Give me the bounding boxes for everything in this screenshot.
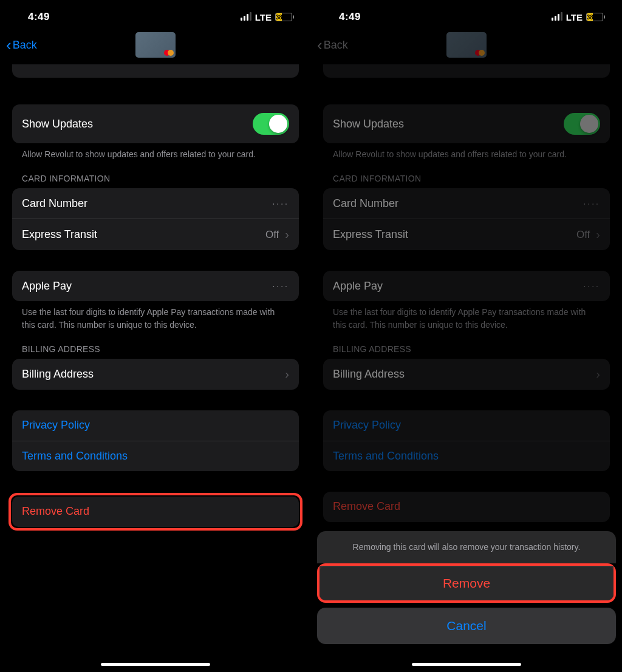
apple-pay-value: ···· (583, 281, 600, 291)
status-time: 4:49 (339, 11, 361, 23)
back-button: ‹ Back (317, 37, 348, 53)
card-info-header: CARD INFORMATION (12, 174, 299, 188)
chevron-right-icon: › (285, 367, 289, 381)
back-label: Back (324, 39, 348, 52)
card-number-label: Card Number (22, 197, 87, 210)
privacy-policy-row[interactable]: Privacy Policy (12, 410, 299, 441)
chevron-right-icon: › (596, 367, 600, 381)
show-updates-row[interactable]: Show Updates (12, 104, 299, 143)
card-info-group: Card Number ···· Express Transit Off › (12, 188, 299, 250)
billing-address-row[interactable]: Billing Address › (12, 359, 299, 390)
card-number-label: Card Number (333, 197, 398, 210)
signal-icon (241, 13, 251, 21)
card-number-value: ···· (583, 199, 600, 208)
card-thumbnail (446, 32, 487, 58)
show-updates-toggle (564, 113, 600, 135)
express-transit-value: Off (576, 229, 590, 241)
remove-card-row[interactable]: Remove Card (12, 497, 299, 527)
content-scroll[interactable]: Show Updates Allow Revolut to show updat… (0, 64, 311, 672)
apple-pay-row[interactable]: Apple Pay ···· (12, 271, 299, 301)
status-time: 4:49 (28, 11, 50, 23)
card-number-value: ···· (272, 199, 289, 208)
show-updates-label: Show Updates (22, 118, 93, 131)
links-group: Privacy Policy Terms and Conditions (323, 410, 610, 471)
status-bar: 4:49 LTE 38 (311, 0, 622, 30)
billing-group: Billing Address › (323, 359, 610, 390)
chevron-left-icon: ‹ (6, 37, 12, 53)
remove-card-group: Remove Card (323, 492, 610, 522)
remove-card-row: Remove Card (323, 492, 610, 522)
terms-row: Terms and Conditions (323, 441, 610, 471)
nav-bar: ‹ Back (311, 30, 622, 64)
previous-section-edge (323, 64, 610, 78)
card-info-group: Card Number ···· Express Transit Off › (323, 188, 610, 250)
remove-card-label: Remove Card (333, 500, 400, 513)
show-updates-row: Show Updates (323, 104, 610, 143)
apple-pay-group: Apple Pay ···· (323, 271, 610, 301)
screen-settings: 4:49 LTE 38 ‹ Back Show Updates Allow Re… (0, 0, 311, 672)
mastercard-icon (475, 50, 485, 56)
remove-card-group: Remove Card (12, 497, 299, 527)
home-indicator[interactable] (101, 663, 210, 666)
chevron-left-icon: ‹ (317, 37, 323, 53)
network-label: LTE (255, 12, 272, 22)
apple-pay-value: ···· (272, 281, 289, 291)
apple-pay-footer: Use the last four digits to identify App… (323, 301, 610, 331)
sheet-message: Removing this card will also remove your… (317, 531, 616, 563)
express-transit-label: Express Transit (333, 228, 408, 241)
status-right: LTE 38 (241, 12, 294, 22)
remove-button-highlight: Remove (317, 563, 616, 603)
show-updates-label: Show Updates (333, 118, 404, 131)
card-info-header: CARD INFORMATION (323, 174, 610, 188)
show-updates-group: Show Updates (323, 104, 610, 143)
signal-icon (552, 13, 562, 21)
chevron-right-icon: › (596, 228, 600, 242)
network-label: LTE (566, 12, 583, 22)
show-updates-footer: Allow Revolut to show updates and offers… (12, 143, 299, 160)
terms-row[interactable]: Terms and Conditions (12, 441, 299, 471)
billing-header: BILLING ADDRESS (323, 344, 610, 359)
action-sheet-top: Removing this card will also remove your… (317, 531, 616, 603)
battery-icon: 38 (275, 13, 294, 21)
screen-confirm: 4:49 LTE 38 ‹ Back Show Updates Allow Re… (311, 0, 622, 672)
card-thumbnail[interactable] (135, 32, 176, 58)
billing-address-row: Billing Address › (323, 359, 610, 390)
billing-group: Billing Address › (12, 359, 299, 390)
apple-pay-footer: Use the last four digits to identify App… (12, 301, 299, 331)
billing-address-label: Billing Address (333, 368, 405, 381)
card-number-row[interactable]: Card Number ···· (12, 188, 299, 219)
privacy-policy-label: Privacy Policy (333, 419, 401, 432)
express-transit-row[interactable]: Express Transit Off › (12, 219, 299, 250)
privacy-policy-row: Privacy Policy (323, 410, 610, 441)
apple-pay-row: Apple Pay ···· (323, 271, 610, 301)
status-bar: 4:49 LTE 38 (0, 0, 311, 30)
show-updates-group: Show Updates (12, 104, 299, 143)
express-transit-value: Off (265, 229, 279, 241)
back-label: Back (13, 39, 37, 52)
chevron-right-icon: › (285, 228, 289, 242)
show-updates-toggle[interactable] (253, 113, 289, 135)
remove-card-highlight: Remove Card (9, 493, 302, 531)
apple-pay-label: Apple Pay (333, 280, 383, 293)
remove-card-label: Remove Card (22, 505, 89, 518)
billing-header: BILLING ADDRESS (12, 344, 299, 359)
nav-bar: ‹ Back (0, 30, 311, 64)
show-updates-footer: Allow Revolut to show updates and offers… (323, 143, 610, 160)
express-transit-label: Express Transit (22, 228, 97, 241)
terms-label: Terms and Conditions (333, 450, 439, 463)
privacy-policy-label: Privacy Policy (22, 419, 90, 432)
status-right: LTE 38 (552, 12, 605, 22)
back-button[interactable]: ‹ Back (6, 37, 37, 53)
sheet-remove-button[interactable]: Remove (320, 566, 613, 600)
previous-section-edge (12, 64, 299, 78)
battery-icon: 38 (586, 13, 605, 21)
terms-label: Terms and Conditions (22, 450, 128, 463)
links-group: Privacy Policy Terms and Conditions (12, 410, 299, 471)
action-sheet: Removing this card will also remove your… (311, 531, 622, 672)
express-transit-row: Express Transit Off › (323, 219, 610, 250)
mastercard-icon (164, 50, 174, 56)
card-number-row: Card Number ···· (323, 188, 610, 219)
apple-pay-label: Apple Pay (22, 280, 72, 293)
apple-pay-group: Apple Pay ···· (12, 271, 299, 301)
sheet-cancel-button[interactable]: Cancel (317, 608, 616, 644)
